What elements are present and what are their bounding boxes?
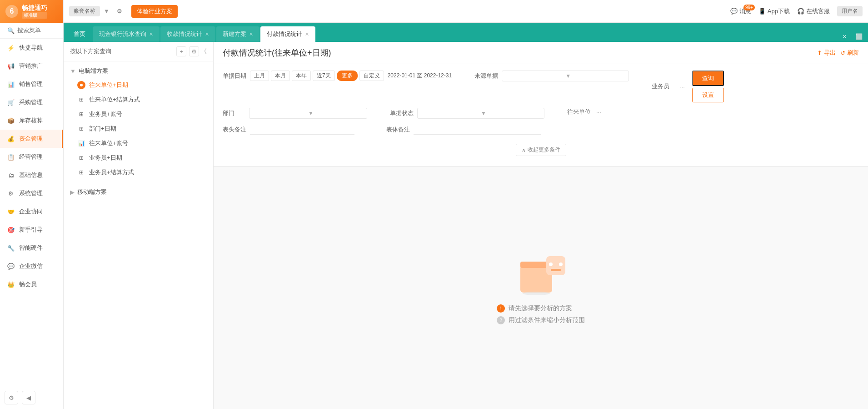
scheme-item-6[interactable]: ⊞ 业务员+结算方式 (64, 165, 213, 180)
more-date-btn[interactable]: 更多 (337, 71, 358, 81)
date-label: 单据日期 (223, 72, 246, 80)
partner-filter: 往来单位 ··· (567, 108, 601, 116)
guide-icon: 🎯 (6, 225, 15, 234)
sidebar-item-guide[interactable]: 🎯 新手引导 (0, 221, 63, 239)
scheme-item-5[interactable]: ⊞ 业务员+日期 (64, 151, 213, 165)
sidebar-item-wechat[interactable]: 💬 企业微信 (0, 257, 63, 275)
sidebar-item-cooperation[interactable]: 🤝 企业协同 (0, 202, 63, 221)
app-download-button[interactable]: 📱 App下载 (758, 7, 790, 15)
this-month-btn[interactable]: 本月 (271, 71, 290, 81)
topbar-right: 💬 消息 99+ 📱 App下载 🎧 在线客服 用户名 (730, 6, 863, 16)
purchase-icon: 🛒 (6, 98, 15, 107)
content-area: 按以下方案查询 + ⚙ 《 ▼ 电脑端方案 往来单位+日期 ⊞ 往来 (64, 42, 868, 409)
settings-footer-button[interactable]: ⚙ (5, 391, 18, 404)
source-select[interactable]: ▼ (502, 71, 629, 81)
scheme-panel-header: 按以下方案查询 + ⚙ 《 (64, 42, 213, 61)
mobile-scheme-section: ▶ 移动端方案 (64, 182, 213, 202)
nav-label: 资金管理 (19, 135, 43, 143)
tab-payment-close[interactable]: ✕ (305, 31, 309, 37)
sidebar-item-inventory[interactable]: 📦 库存核算 (0, 111, 63, 130)
search-menu[interactable]: 🔍 搜索菜单 (0, 23, 63, 39)
sidebar-item-sales[interactable]: 📊 销售管理 (0, 75, 63, 93)
header-remark-input[interactable] (250, 124, 354, 135)
sidebar-item-shortcut[interactable]: ⚡ 快捷导航 (0, 39, 63, 57)
nav-label: 基础信息 (19, 171, 43, 179)
tab-bank-label: 现金银行流水查询 (99, 30, 146, 38)
partner-more[interactable]: ··· (596, 109, 601, 116)
scheme-item-4[interactable]: 📊 往来单位+账号 (64, 136, 213, 151)
tab-new-scheme-close[interactable]: ✕ (249, 31, 253, 37)
body-remark-filter: 表体备注 (386, 124, 541, 135)
tab-payment[interactable]: 付款情况统计 ✕ (260, 26, 315, 42)
status-select[interactable]: ▼ (417, 108, 544, 119)
settings-icon[interactable]: ⚙ (113, 5, 126, 18)
sidebar-item-system[interactable]: ⚙ 系统管理 (0, 184, 63, 202)
scheme-table-icon: ⊞ (77, 168, 85, 177)
tab-collection[interactable]: 收款情况统计 ✕ (160, 26, 215, 42)
logo-sub: 标准版 (22, 12, 47, 19)
account-dropdown[interactable]: ▼ (104, 8, 110, 15)
tab-bank[interactable]: 现金银行流水查询 ✕ (93, 26, 160, 42)
message-badge: 99+ (743, 5, 755, 10)
sidebar-item-operation[interactable]: 📋 经营管理 (0, 148, 63, 166)
filter-area: 单据日期 上月 本月 本年 近7天 更多 自定义 2022-01-01 至 20… (214, 64, 868, 167)
maximize-button[interactable]: ⬜ (853, 31, 864, 42)
collapse-sidebar-button[interactable]: ◀ (22, 391, 35, 404)
messages-button[interactable]: 💬 消息 99+ (730, 7, 751, 15)
hint-num-2: 2 (497, 316, 505, 324)
scheme-item-3[interactable]: ⊞ 部门+日期 (64, 121, 213, 136)
staff-filter: 业务员 ··· 查询 设置 (652, 71, 724, 102)
content-right: 付款情况统计(往来单位+日期) ⬆ 导出 ↺ 刷新 单 (214, 42, 868, 409)
sidebar-item-purchase[interactable]: 🛒 采购管理 (0, 93, 63, 111)
close-all-tabs-button[interactable]: ✕ (839, 31, 850, 42)
staff-more[interactable]: ··· (680, 83, 685, 90)
scheme-settings-button[interactable]: ⚙ (189, 46, 199, 56)
nav-label: 销售管理 (19, 80, 43, 88)
shortcut-icon: ⚡ (6, 43, 15, 52)
desktop-scheme-section: ▼ 电脑端方案 往来单位+日期 ⊞ 往来单位+结算方式 ⊞ 业务员+账号 ⊞ (64, 61, 213, 182)
query-button[interactable]: 查询 (692, 71, 724, 86)
setting-button[interactable]: 设置 (692, 88, 724, 102)
hardware-icon: 🔧 (6, 243, 15, 252)
scheme-table-icon: ⊞ (77, 154, 85, 162)
scheme-item-2[interactable]: ⊞ 业务员+账号 (64, 107, 213, 121)
operation-icon: 📋 (6, 152, 15, 162)
tab-bank-close[interactable]: ✕ (149, 31, 153, 37)
sidebar-footer: ⚙ ◀ (0, 386, 63, 409)
empty-hints: 1 请先选择要分析的方案 2 用过滤条件来缩小分析范围 (497, 304, 585, 324)
account-name[interactable]: 账套名称 (69, 6, 100, 16)
sidebar-item-basic[interactable]: 🗂 基础信息 (0, 166, 63, 184)
add-scheme-button[interactable]: + (176, 46, 186, 56)
date-range-value: 2022-01-01 至 2022-12-31 (388, 72, 452, 80)
mobile-section-header[interactable]: ▶ 移动端方案 (64, 185, 213, 199)
sidebar-item-vip[interactable]: 👑 畅会员 (0, 275, 63, 293)
sidebar-item-hardware[interactable]: 🔧 智能硬件 (0, 239, 63, 257)
desktop-section-header[interactable]: ▼ 电脑端方案 (64, 64, 213, 78)
custom-date-btn[interactable]: 自定义 (359, 71, 384, 81)
export-button[interactable]: ⬆ 导出 (817, 49, 836, 57)
filter-row-1: 单据日期 上月 本月 本年 近7天 更多 自定义 2022-01-01 至 20… (223, 71, 859, 102)
refresh-button[interactable]: ↺ 刷新 (840, 49, 859, 57)
trial-button[interactable]: 体验行业方案 (131, 5, 178, 18)
header-remark-label: 表头备注 (223, 126, 246, 134)
scheme-item-1[interactable]: ⊞ 往来单位+结算方式 (64, 92, 213, 107)
collapse-scheme-button[interactable]: 《 (201, 47, 207, 56)
body-remark-input[interactable] (414, 124, 541, 135)
user-avatar[interactable]: 用户名 (837, 6, 863, 16)
tab-home[interactable]: 首页 (67, 26, 92, 42)
main-area: 账套名称 ▼ ⚙ 体验行业方案 💬 消息 99+ 📱 App下载 🎧 在线客服 … (64, 0, 868, 409)
sidebar-item-capital[interactable]: 💰 资金管理 (0, 130, 63, 148)
online-service-button[interactable]: 🎧 在线客服 (797, 7, 830, 15)
scheme-panel-label: 按以下方案查询 (70, 47, 111, 56)
last-month-btn[interactable]: 上月 (250, 71, 269, 81)
collapse-conditions-button[interactable]: ∧ 收起更多条件 (516, 144, 566, 156)
sidebar-item-marketing[interactable]: 📢 营销推广 (0, 57, 63, 75)
scheme-item-0[interactable]: 往来单位+日期 (64, 78, 213, 92)
tab-collection-close[interactable]: ✕ (205, 31, 209, 37)
last-7days-btn[interactable]: 近7天 (313, 71, 335, 81)
staff-label: 业务员 (652, 82, 674, 91)
tab-new-scheme[interactable]: 新建方案 ✕ (216, 26, 259, 42)
section-arrow: ▶ (70, 189, 75, 196)
this-year-btn[interactable]: 本年 (292, 71, 311, 81)
dept-select[interactable]: ▼ (249, 108, 367, 119)
